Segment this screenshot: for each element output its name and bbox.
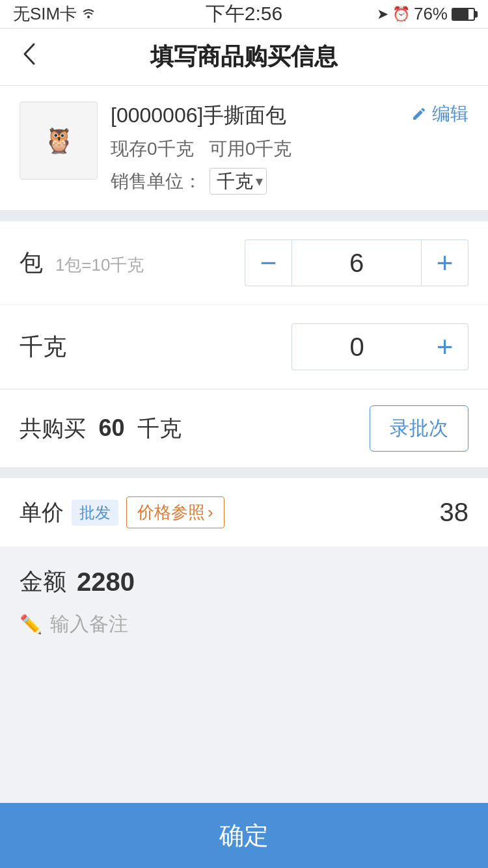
section-divider-3 bbox=[0, 467, 488, 478]
bao-input-row: 包 1包=10千克 − + bbox=[0, 221, 488, 305]
product-card: 🦉 [0000006]手撕面包 编辑 现存0千克 可用0千克 销售单位： 千克 bbox=[0, 86, 488, 211]
bao-plus-button[interactable]: + bbox=[422, 239, 468, 286]
input-section: 包 1包=10千克 − + 千克 + bbox=[0, 221, 488, 389]
unit-select[interactable]: 千克 包 bbox=[210, 168, 267, 195]
confirm-label: 确定 bbox=[219, 819, 269, 852]
kg-plus-button[interactable]: + bbox=[422, 323, 468, 370]
sim-icon bbox=[82, 4, 95, 24]
status-time: 下午2:56 bbox=[206, 1, 282, 27]
unit-select-wrapper[interactable]: 千克 包 bbox=[210, 168, 267, 195]
status-left: 无SIM卡 bbox=[13, 3, 95, 25]
batch-button[interactable]: 录批次 bbox=[370, 405, 468, 452]
amount-row: 金额 2280 bbox=[20, 566, 468, 598]
kg-quantity-input[interactable] bbox=[291, 323, 422, 370]
price-section: 单价 批发 价格参照 › 38 bbox=[0, 478, 488, 547]
location-icon: ➤ bbox=[377, 6, 388, 23]
amount-section: 金额 2280 ✏️ 输入备注 bbox=[0, 547, 488, 648]
product-logo: 🦉 bbox=[44, 126, 74, 155]
kg-label: 千克 bbox=[20, 331, 291, 363]
battery-label: 76% bbox=[414, 4, 448, 24]
bao-controls: − + bbox=[245, 239, 468, 286]
total-text: 共购买 60 千克 bbox=[20, 414, 182, 444]
product-stock: 现存0千克 可用0千克 bbox=[111, 137, 468, 161]
status-right: ➤ ⏰ 76% bbox=[377, 4, 475, 24]
remark-placeholder: 输入备注 bbox=[50, 611, 128, 638]
price-badge: 批发 bbox=[72, 500, 118, 526]
svg-point-0 bbox=[87, 16, 90, 18]
edit-button[interactable]: 编辑 bbox=[411, 102, 468, 126]
kg-controls: + bbox=[291, 323, 468, 370]
price-left: 单价 批发 价格参照 › bbox=[20, 496, 224, 528]
total-row: 共购买 60 千克 录批次 bbox=[0, 390, 488, 467]
confirm-button[interactable]: 确定 bbox=[0, 803, 488, 868]
kg-input-row: 千克 + bbox=[0, 305, 488, 389]
bao-minus-button[interactable]: − bbox=[245, 239, 291, 286]
alarm-icon: ⏰ bbox=[392, 6, 410, 23]
price-row: 单价 批发 价格参照 › 38 bbox=[20, 496, 468, 528]
price-reference-button[interactable]: 价格参照 › bbox=[126, 496, 224, 528]
price-value: 38 bbox=[440, 498, 469, 527]
page-title: 填写商品购买信息 bbox=[150, 41, 338, 73]
battery-icon bbox=[452, 8, 475, 21]
bao-label: 包 1包=10千克 bbox=[20, 247, 245, 279]
status-bar: 无SIM卡 下午2:56 ➤ ⏰ 76% bbox=[0, 0, 488, 29]
section-divider-1 bbox=[0, 211, 488, 221]
product-name: [0000006]手撕面包 bbox=[111, 102, 286, 130]
back-button[interactable] bbox=[16, 35, 43, 79]
product-thumbnail: 🦉 bbox=[20, 102, 98, 180]
nav-bar: 填写商品购买信息 bbox=[0, 29, 488, 86]
bao-quantity-input[interactable] bbox=[291, 239, 422, 286]
product-name-row: [0000006]手撕面包 编辑 bbox=[111, 102, 468, 130]
carrier-label: 无SIM卡 bbox=[13, 3, 77, 25]
product-info: [0000006]手撕面包 编辑 现存0千克 可用0千克 销售单位： 千克 包 bbox=[111, 102, 468, 195]
pencil-icon: ✏️ bbox=[20, 614, 42, 635]
remark-row[interactable]: ✏️ 输入备注 bbox=[20, 611, 468, 638]
product-unit-row: 销售单位： 千克 包 bbox=[111, 168, 468, 195]
